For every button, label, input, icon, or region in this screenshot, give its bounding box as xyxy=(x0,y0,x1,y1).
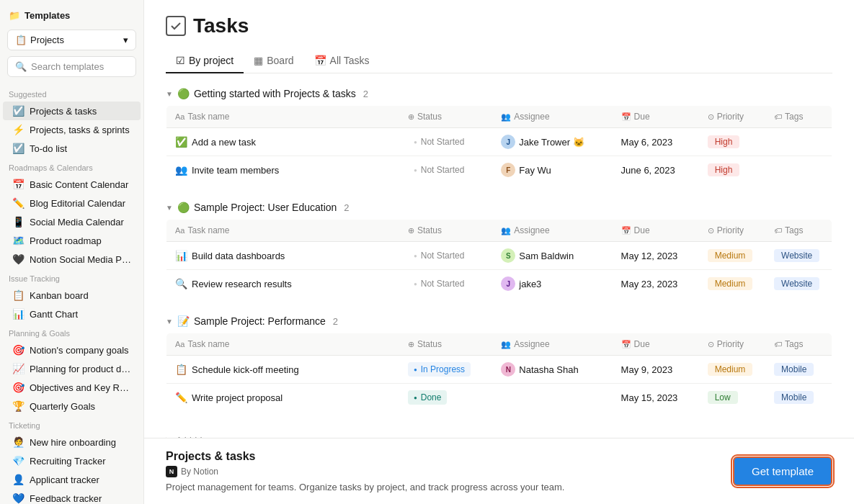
sidebar-item-projects--tasks---sp[interactable]: ⚡Projects, tasks & sprints xyxy=(3,120,141,139)
task-tags-cell: Website xyxy=(765,242,832,270)
sidebar-item-new-hire-onboarding[interactable]: 🧑‍💼New hire onboarding xyxy=(3,433,141,451)
task-status-cell: Done xyxy=(399,384,492,412)
col-header-due: 📅Due xyxy=(613,220,699,242)
priority-badge: High xyxy=(708,135,740,148)
project-emoji: 📝 xyxy=(177,315,190,327)
sidebar-item-blog-editorial-calen[interactable]: ✏️Blog Editorial Calendar xyxy=(3,194,141,212)
task-table: AaTask name⊕Status👥Assignee📅Due⊙Priority… xyxy=(166,105,832,184)
project-emoji: 🟢 xyxy=(177,88,190,99)
sidebar-item-to-do-list[interactable]: ☑️To-do list xyxy=(3,139,141,158)
sidebar-item-icon: 🖤 xyxy=(12,253,25,265)
tab-by-project[interactable]: ☑By project xyxy=(166,49,244,73)
table-row[interactable]: ✅Add a new taskNot StartedJJake Trower 🐱… xyxy=(166,128,832,156)
sidebar-item-gantt-chart[interactable]: 📊Gantt Chart xyxy=(3,305,141,323)
sidebar-section-label: Issue Tracking xyxy=(0,269,143,286)
tab-board[interactable]: ▦Board xyxy=(244,49,303,73)
project-name: Sample Project: Performance xyxy=(194,315,326,327)
sidebar-item-icon: 🗺️ xyxy=(12,235,25,246)
sidebar-item-label: Projects, tasks & sprints xyxy=(30,125,132,135)
sidebar-item-icon: 📱 xyxy=(12,216,25,228)
templates-icon: 📁 xyxy=(9,10,20,21)
project-group-getting-started: ▼ 🟢 Getting started with Projects & task… xyxy=(166,88,832,184)
task-due-cell: June 6, 2023 xyxy=(613,156,699,184)
sidebar-item-notion-s-company-goa[interactable]: 🎯Notion's company goals xyxy=(3,341,141,359)
sidebar-section-label: Roadmaps & Calendars xyxy=(0,158,143,175)
avatar: N xyxy=(501,362,515,377)
sidebar-item-icon: ✏️ xyxy=(12,197,25,209)
main-panel: Tasks ☑By project▦Board📅All Tasks ▼ 🟢 Ge… xyxy=(144,0,854,504)
task-priority-cell: High xyxy=(699,156,765,184)
task-status-cell: Not Started xyxy=(399,242,492,270)
tag-badge: Mobile xyxy=(774,363,814,376)
table-row[interactable]: 🔍Review research resultsNot StartedJjake… xyxy=(166,270,832,298)
sidebar-item-label: Feedback tracker xyxy=(30,493,132,504)
project-count: 2 xyxy=(344,202,349,213)
priority-badge: Medium xyxy=(708,363,753,376)
col-header-priority: ⊙Priority xyxy=(699,106,765,128)
sidebar-item-kanban-board[interactable]: 📋Kanban board xyxy=(3,286,141,305)
sidebar-item-recruiting-tracker[interactable]: 💎Recruiting Tracker xyxy=(3,451,141,470)
table-row[interactable]: 📋Schedule kick-off meetingIn ProgressNNa… xyxy=(166,356,832,384)
tag-badge: Website xyxy=(774,277,819,290)
sidebar-item-feedback-tracker[interactable]: 💙Feedback tracker xyxy=(3,489,141,504)
search-icon: 🔍 xyxy=(15,61,27,72)
task-due-cell: May 23, 2023 xyxy=(613,270,699,298)
table-row[interactable]: 👥Invite team membersNot StartedFFay WuJu… xyxy=(166,156,832,184)
sidebar-item-planning-for-product[interactable]: 📈Planning for product develop... xyxy=(3,359,141,378)
footer-by: By Notion xyxy=(181,467,218,477)
sidebar-item-projects---tasks[interactable]: ☑️Projects & tasks xyxy=(3,102,141,120)
col-header-task-name: AaTask name xyxy=(166,106,399,128)
tab-label: Board xyxy=(267,55,293,66)
col-header-task-name: AaTask name xyxy=(166,333,399,356)
table-row[interactable]: 📊Build data dashboardsNot StartedSSam Ba… xyxy=(166,242,832,270)
priority-badge: High xyxy=(708,163,740,176)
sidebar-item-label: Projects & tasks xyxy=(30,106,132,117)
tag-badge: Mobile xyxy=(774,391,814,404)
get-template-button[interactable]: Get template xyxy=(733,456,832,486)
task-tags-cell: Mobile xyxy=(765,356,832,384)
task-priority-cell: Medium xyxy=(699,356,765,384)
sidebar-item-notion-social-media-[interactable]: 🖤Notion Social Media Planner xyxy=(3,250,141,269)
priority-badge: Medium xyxy=(708,277,753,290)
collapse-arrow[interactable]: ▼ xyxy=(166,90,173,98)
task-status-cell: Not Started xyxy=(399,270,492,298)
task-status-cell: Not Started xyxy=(399,156,492,184)
sidebar-item-label: Notion Social Media Planner xyxy=(30,254,132,265)
table-row[interactable]: ✏️Write project proposalDoneMay 15, 2023… xyxy=(166,384,832,412)
sidebar-item-basic-content-calend[interactable]: 📅Basic Content Calendar xyxy=(3,175,141,194)
projects-dropdown[interactable]: 📋 Projects ▾ xyxy=(7,30,136,50)
sidebar-item-quarterly-goals[interactable]: 🏆Quarterly Goals xyxy=(3,397,141,415)
sidebar-item-icon: 🏆 xyxy=(12,400,25,412)
task-assignee-cell: JJake Trower 🐱 xyxy=(492,128,612,156)
search-box[interactable]: 🔍 Search templates xyxy=(7,56,136,77)
sidebar-item-social-media-calenda[interactable]: 📱Social Media Calendar xyxy=(3,212,141,231)
project-group-header: ▼ 📝 Sample Project: Performance 2 xyxy=(166,315,832,327)
tab-all-tasks[interactable]: 📅All Tasks xyxy=(304,49,380,73)
hidden-group[interactable]: ▶ 1 hidden group xyxy=(166,429,832,438)
task-name-cell: 🔍Review research results xyxy=(166,270,399,298)
priority-badge: Low xyxy=(708,391,738,404)
sidebar-item-icon: 👤 xyxy=(12,474,25,485)
task-emoji: ✏️ xyxy=(175,392,187,403)
project-emoji: 🟢 xyxy=(177,202,190,213)
collapse-arrow[interactable]: ▼ xyxy=(166,204,173,212)
status-badge: Not Started xyxy=(408,163,471,177)
task-name-label: Add a new task xyxy=(192,137,256,148)
task-emoji: 📋 xyxy=(175,364,187,375)
sidebar-item-icon: 🎯 xyxy=(12,382,25,393)
task-name-label: Review research results xyxy=(192,279,292,289)
project-group-header: ▼ 🟢 Getting started with Projects & task… xyxy=(166,88,832,99)
collapse-arrow[interactable]: ▼ xyxy=(166,318,173,325)
task-due-cell: May 15, 2023 xyxy=(613,384,699,412)
sidebar-item-applicant-tracker[interactable]: 👤Applicant tracker xyxy=(3,470,141,489)
task-assignee-cell: SSam Baldwin xyxy=(492,242,612,270)
sidebar-item-product-roadmap[interactable]: 🗺️Product roadmap xyxy=(3,231,141,250)
sidebar-item-label: Applicant tracker xyxy=(30,474,132,485)
col-header-due: 📅Due xyxy=(613,333,699,356)
sidebar-item-label: Gantt Chart xyxy=(30,309,132,320)
task-name-label: Invite team members xyxy=(192,165,279,176)
sidebar-item-label: Objectives and Key Results xyxy=(30,382,132,393)
footer-bar: Projects & tasks N By Notion Project man… xyxy=(144,438,854,504)
sidebar-item-objectives-and-key-r[interactable]: 🎯Objectives and Key Results xyxy=(3,378,141,397)
task-tags-cell: Mobile xyxy=(765,384,832,412)
